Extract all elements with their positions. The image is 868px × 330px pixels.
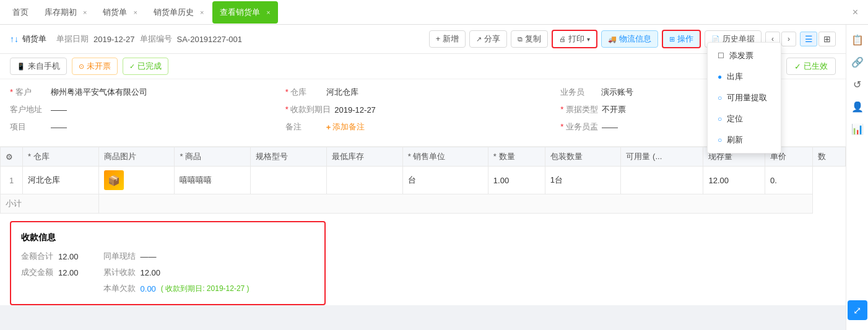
from-phone-button[interactable]: 📱 来自手机: [10, 58, 67, 75]
payment-date-value: 2019-12-27: [334, 105, 376, 115]
settlement-item: 同单现结 ——: [103, 251, 250, 262]
col-product: * 商品: [175, 147, 251, 167]
completed-button[interactable]: ✓ 已完成: [123, 58, 168, 75]
row-available: [621, 167, 703, 194]
view-grid[interactable]: ⊞: [818, 32, 836, 46]
note-field: 备注 + 添加备注: [285, 121, 561, 132]
col-sales-unit: * 销售单位: [402, 147, 488, 167]
doc-meta: 单据日期 2019-12-27 单据编号 SA-20191227-001: [56, 33, 242, 45]
sidebar-icon-refresh[interactable]: ↺: [848, 74, 867, 94]
row-spec: [251, 167, 327, 194]
date-label: 单据日期: [56, 33, 89, 45]
total-value: 12.00: [58, 252, 79, 261]
row-unit-price: 0.: [765, 167, 812, 194]
customer-field: 客户 柳州粤港平安气体有限公司: [10, 87, 285, 98]
transaction-item: 成交金额 12.00: [21, 267, 79, 278]
tab-sales-history-close[interactable]: ×: [200, 9, 204, 16]
tab-inventory-init-close[interactable]: ×: [83, 9, 87, 16]
outbound-icon: ●: [718, 72, 722, 81]
owed-label: 本单欠款: [103, 283, 136, 294]
settlement-label: 同单现结: [103, 251, 136, 262]
payment-rows: 金额合计 12.00 成交金额 12.00 同单现结 —— 累计收款: [21, 251, 315, 294]
employee-label: 业务员: [560, 87, 597, 98]
logistics-button[interactable]: 🚚 物流信息: [601, 30, 658, 48]
tab-home[interactable]: 首页: [5, 1, 36, 24]
subtotal-label: 小计: [1, 194, 99, 214]
dropdown-locate[interactable]: ○ 定位: [708, 108, 781, 129]
transaction-label: 成交金额: [21, 267, 53, 278]
window-close-button[interactable]: ×: [848, 4, 863, 20]
sidebar-icon-link[interactable]: 🔗: [848, 52, 867, 72]
customer-value: 柳州粤港平安气体有限公司: [51, 87, 147, 98]
warehouse-value: 河北仓库: [326, 87, 358, 98]
project-field: 项目 ——: [10, 121, 285, 132]
not-open-button[interactable]: ⊙ 未开票: [72, 58, 118, 75]
row-current-stock: 12.00: [703, 167, 765, 194]
dropdown-add-invoice[interactable]: ☐ 添发票: [708, 45, 781, 66]
address-label: 客户地址: [10, 104, 47, 115]
tab-bar: 首页 库存期初 × 销货单 × 销货单历史 × 查看销货单 × ×: [0, 0, 868, 25]
add-note-button[interactable]: + 添加备注: [326, 121, 365, 132]
payment-col-right: 同单现结 —— 累计收款 12.00 本单欠款 0.00 ( 收款到期日: 20…: [103, 251, 250, 294]
share-button[interactable]: ↗ 分享: [469, 30, 507, 48]
col-min-stock: 最低库存: [326, 147, 402, 167]
warehouse-label: 仓库: [285, 87, 323, 98]
tab-sales-order[interactable]: 销货单 ×: [95, 1, 144, 24]
address-value: ——: [51, 105, 67, 115]
col-available: 可用量 (...: [621, 147, 703, 167]
operation-dropdown: ☐ 添发票 ● 出库 ○ 可用量提取 ○ 定位 ○ 刷新: [707, 42, 781, 154]
effective-button[interactable]: ✓ 已生效: [786, 58, 836, 75]
operation-button[interactable]: ⊞ 操作: [662, 30, 701, 48]
number-value: SA-20191227-001: [177, 35, 243, 44]
view-list[interactable]: ☰: [800, 32, 817, 46]
dropdown-available-qty[interactable]: ○ 可用量提取: [708, 87, 781, 108]
customer-label: 客户: [10, 87, 47, 98]
locate-icon: ○: [718, 115, 722, 123]
refresh-icon: ○: [718, 136, 722, 144]
col-spec: 规格型号: [251, 147, 327, 167]
doc-title: ↑↓ 销货单: [10, 33, 46, 45]
col-quantity: * 数量: [488, 147, 545, 167]
table-container: ⚙ * 仓库 商品图片 * 商品 规格型号 最低库存 * 销售单位 * 数量 包…: [0, 147, 846, 214]
row-no: 1: [1, 167, 23, 194]
tab-inventory-init[interactable]: 库存期初 ×: [37, 1, 94, 24]
settlement-value: ——: [141, 252, 157, 261]
payment-section: 收款信息 金额合计 12.00 成交金额 12.00 同单现结 ——: [10, 221, 326, 305]
table-row: 1 河北仓库 📦 嘻嘻嘻嘻 台 1.00 1台: [1, 167, 846, 194]
dropdown-refresh[interactable]: ○ 刷新: [708, 129, 781, 150]
right-sidebar: 📋 🔗 ↺ 👤 📊 ⤢: [846, 25, 868, 330]
row-quantity: 1.00: [488, 167, 545, 194]
add-invoice-icon: ☐: [718, 51, 724, 60]
row-product: 嘻嘻嘻嘻: [175, 167, 251, 194]
col-pack-qty: 包装数量: [545, 147, 621, 167]
sidebar-icon-chart[interactable]: 📊: [848, 119, 867, 139]
sidebar-icon-user[interactable]: 👤: [848, 97, 867, 116]
tab-sales-order-close[interactable]: ×: [133, 9, 137, 16]
payment-title: 收款信息: [21, 232, 315, 243]
nav-next[interactable]: ›: [781, 32, 796, 46]
col-amount: 数: [812, 147, 845, 167]
sidebar-icon-expand[interactable]: ⤢: [848, 300, 867, 320]
col-product-img: 商品图片: [98, 147, 175, 167]
sidebar-icon-doc[interactable]: 📋: [848, 30, 867, 50]
cumulative-item: 累计收款 12.00: [103, 267, 250, 278]
sales-table: ⚙ * 仓库 商品图片 * 商品 规格型号 最低库存 * 销售单位 * 数量 包…: [0, 147, 846, 214]
row-pack-qty: 1台: [545, 167, 621, 194]
copy-button[interactable]: ⧉ 复制: [511, 30, 548, 48]
cumulative-label: 累计收款: [103, 267, 136, 278]
payment-date-label: 收款到期日: [285, 104, 331, 115]
new-button[interactable]: + 新增: [429, 30, 466, 48]
tab-check-sales[interactable]: 查看销货单 ×: [212, 1, 277, 24]
tab-check-sales-close[interactable]: ×: [266, 9, 270, 16]
owed-item: 本单欠款 0.00 ( 收款到期日: 2019-12-27 ): [103, 283, 250, 294]
ticket-type-field: 票据类型 不开票: [560, 104, 836, 115]
subtotal-row: 小计: [1, 194, 846, 214]
tab-sales-history[interactable]: 销货单历史 ×: [146, 1, 211, 24]
address-field: 客户地址 ——: [10, 104, 285, 115]
dropdown-outbound[interactable]: ● 出库: [708, 66, 781, 87]
print-button[interactable]: 🖨 打印 ▾: [552, 30, 597, 48]
note-label: 备注: [285, 121, 323, 132]
row-product-img: 📦: [98, 167, 175, 194]
available-qty-icon: ○: [718, 93, 722, 102]
sales-person-value: ——: [602, 123, 618, 132]
